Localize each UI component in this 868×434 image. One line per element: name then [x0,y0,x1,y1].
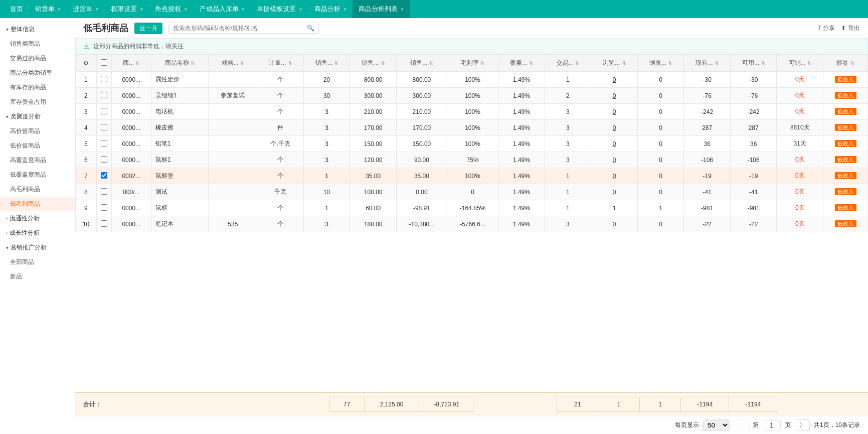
sidebar-item-low-value[interactable]: 低价值商品 [0,138,75,153]
row-checkbox-cell[interactable] [96,184,111,200]
nav-roles-close[interactable]: × [184,6,187,12]
export-button[interactable]: ⬆ 导出 [841,24,860,33]
row-views1[interactable]: 1 [591,200,638,216]
nav-sales[interactable]: 销货单 × [29,0,67,18]
row-checkbox[interactable] [101,172,107,179]
row-checkbox-cell[interactable] [96,88,111,104]
row-checkbox-cell[interactable] [96,152,111,168]
col-current[interactable]: 现有... ⇅ [684,55,731,72]
sidebar-item-high-value[interactable]: 高价值商品 [0,124,75,138]
sidebar-item-low-coverage[interactable]: 低覆盖度商品 [0,168,75,182]
row-views1[interactable]: 0 [591,120,638,136]
nav-permissions[interactable]: 权限设置 × [105,0,149,18]
col-views1[interactable]: 浏览... ⇅ [591,55,638,72]
nav-product-analysis-list[interactable]: 商品分析列表 × [353,0,410,18]
col-unit[interactable]: 计量... ⇅ [257,55,304,72]
product-table: ⚙ 商... ⇅ 商品名称 ⇅ 规格... ⇅ 计量... ⇅ 销售... ⇅ … [75,54,868,232]
sidebar-item-capital-usage[interactable]: 库存资金占用 [0,95,75,109]
row-name: 测试 [151,184,209,200]
col-name[interactable]: 商品名称 ⇅ [151,55,209,72]
nav-home[interactable]: 首页 [4,0,29,18]
nav-products-close[interactable]: × [242,6,245,12]
sidebar-group-marketing[interactable]: ▾ 营销推广分析 [0,240,75,255]
col-sales-amount[interactable]: 销售... ⇅ [396,55,447,72]
select-all-checkbox[interactable] [101,59,107,66]
sidebar-item-new-products[interactable]: 新品 [0,269,75,284]
row-checkbox[interactable] [101,76,107,82]
sidebar-item-all-products[interactable]: 全部商品 [0,255,75,269]
nav-templates[interactable]: 单据模板设置 × [251,0,308,18]
sidebar-item-category-rate[interactable]: 商品分类助销率 [0,66,75,80]
next-page-button[interactable]: 〉 [795,419,810,431]
row-views1[interactable]: 0 [591,152,638,168]
nav-roles[interactable]: 角色授权 × [149,0,193,18]
col-sales-price[interactable]: 销售... ⇅ [350,55,397,72]
col-tag[interactable]: 标签 ⇅ [823,55,868,72]
row-views1[interactable]: 0 [591,104,638,120]
col-code[interactable]: 商... ⇅ [111,55,151,72]
nav-product-analysis-list-close[interactable]: × [401,6,404,12]
sidebar-item-in-stock[interactable]: 有库存的商品 [0,80,75,95]
pagination-bar: 每页显示 50 100 200 〈 第 页 〉 共1页，10条记录 [75,416,868,434]
row-checkbox[interactable] [101,124,107,130]
row-checkbox-cell[interactable] [96,200,111,216]
nav-templates-close[interactable]: × [299,6,302,12]
row-checkbox-cell[interactable] [96,120,111,136]
row-checkbox-cell[interactable] [96,104,111,120]
prev-page-button[interactable]: 〈 [734,419,749,431]
col-sellable[interactable]: 可销... ⇅ [777,55,823,72]
sidebar-group-growth[interactable]: › 成长性分析 [0,226,75,240]
row-views1[interactable]: 0 [591,216,638,232]
row-current: -41 [684,184,731,200]
row-checkbox[interactable] [101,108,107,114]
row-views1[interactable]: 0 [591,72,638,88]
row-checkbox[interactable] [101,140,107,147]
col-available[interactable]: 可用... ⇅ [730,55,777,72]
row-available: 287 [730,120,777,136]
nav-purchase[interactable]: 进货单 × [67,0,104,18]
row-checkbox[interactable] [101,156,107,163]
row-checkbox[interactable] [101,92,107,98]
row-views1[interactable]: 0 [591,136,638,152]
row-checkbox-cell[interactable] [96,136,111,152]
col-views2[interactable]: 浏览... ⇅ [637,55,684,72]
col-sales-qty[interactable]: 销售... ⇅ [303,55,350,72]
sidebar-group-overall[interactable]: ▾ 整体信息 [0,22,75,37]
row-checkbox[interactable] [101,204,107,211]
row-views1[interactable]: 0 [591,88,638,104]
col-settings[interactable]: ⚙ [76,55,97,72]
nav-product-analysis[interactable]: 商品分析 × [308,0,353,18]
nav-permissions-close[interactable]: × [140,6,143,12]
sidebar-item-high-margin[interactable]: 高毛利商品 [0,182,75,197]
row-views2: 0 [637,120,684,136]
col-spec[interactable]: 规格... ⇅ [209,55,257,72]
nav-purchase-close[interactable]: × [95,6,98,12]
sidebar-item-sales-products[interactable]: 销售类商品 [0,37,75,51]
nav-products[interactable]: 产成品入库单 × [194,0,251,18]
date-filter-button[interactable]: 近一月 [134,23,162,34]
row-checkbox-cell[interactable] [96,216,111,232]
sidebar-item-high-coverage[interactable]: 高覆盖度商品 [0,153,75,168]
nav-sales-close[interactable]: × [58,6,61,12]
sidebar-item-traded-products[interactable]: 交易过的商品 [0,51,75,66]
page-number-input[interactable] [763,420,781,430]
row-checkbox[interactable] [101,188,107,195]
col-gross-margin[interactable]: 毛利率 ⇅ [447,55,498,72]
sidebar-item-low-margin[interactable]: 低毛利商品 [0,197,75,211]
row-views1[interactable]: 0 [591,168,638,184]
col-transactions[interactable]: 交易... ⇅ [545,55,591,72]
search-input[interactable] [173,25,304,32]
row-checkbox-cell[interactable] [96,72,111,88]
per-page-select[interactable]: 50 100 200 [703,419,730,431]
data-table-container[interactable]: ⚙ 商... ⇅ 商品名称 ⇅ 规格... ⇅ 计量... ⇅ 销售... ⇅ … [75,54,868,392]
col-checkbox[interactable] [96,55,111,72]
row-checkbox-cell[interactable] [96,168,111,184]
row-checkbox[interactable] [101,220,107,227]
row-views1[interactable]: 0 [591,184,638,200]
share-button[interactable]: ⤴ 分享 [818,24,835,33]
col-coverage[interactable]: 覆盖... ⇅ [498,55,545,72]
sidebar-group-cluster[interactable]: ▾ 类聚度分析 [0,109,75,124]
sidebar-group-liquidity[interactable]: › 流通性分析 [0,211,75,226]
nav-product-analysis-close[interactable]: × [343,6,346,12]
row-sales-amount: 800.00 [396,72,447,88]
